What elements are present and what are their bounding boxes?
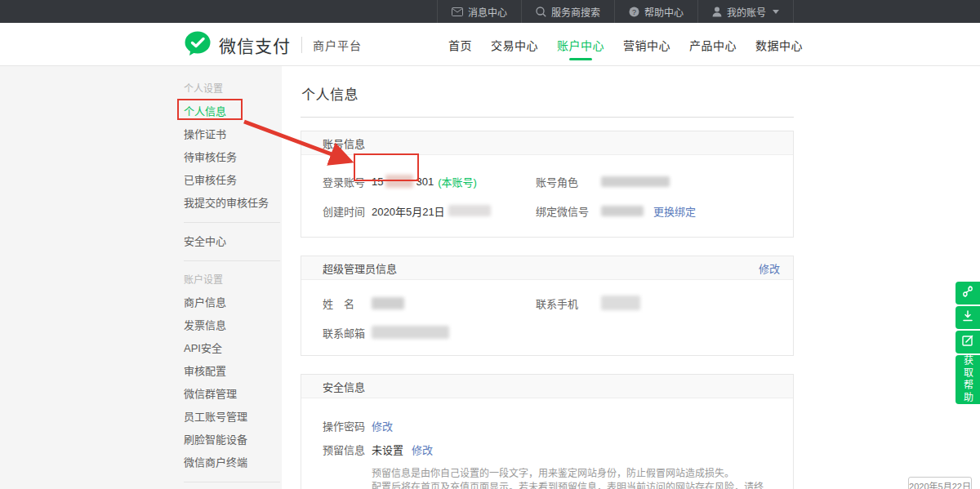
page-header: 微信支付 商户平台 首页 交易中心 账户中心 营销中心 产品中心 数据中心 [0,23,980,66]
download-icon [962,310,973,326]
admin-name-label: 姓 名 [323,296,372,311]
download-button[interactable] [956,306,980,329]
sidebar-item-wechat-merchant-terminal[interactable]: 微信商户终端 [184,451,282,474]
help-center-item[interactable]: ? 帮助中心 [614,0,697,23]
security-info-section-title: 安全信息 [323,379,365,394]
created-time-label: 创建时间 [323,203,372,219]
nav-transaction-center[interactable]: 交易中心 [491,23,538,66]
get-help-button[interactable]: 获取帮助 [956,355,980,404]
top-utility-bar: 消息中心 服务商搜索 ? 帮助中心 我的账号 [0,0,980,23]
sidebar-group-account-settings: 账户设置 [184,269,282,291]
note-line: 预留信息是由你自己设置的一段文字，用来鉴定网站身份，防止假冒网站造成损失。 [372,467,772,481]
operation-password-edit-link[interactable]: 修改 [372,418,393,433]
nav-data-center[interactable]: 数据中心 [755,23,803,66]
sidebar-item-invoice-info[interactable]: 发票信息 [184,314,282,337]
reserved-info-label: 预留信息 [323,442,372,457]
sidebar-divider [184,260,280,261]
date-chip: 2020年5月22日 [908,477,972,489]
rebind-wechat-link[interactable]: 更换绑定 [653,203,696,219]
my-account-label: 我的账号 [727,5,766,19]
sidebar-item-wechat-group-management[interactable]: 微信群管理 [184,383,282,406]
current-account-note: (本账号) [438,174,477,189]
service-provider-search-label: 服务商搜索 [551,5,600,19]
svg-text:?: ? [632,7,636,16]
super-admin-section-title: 超级管理员信息 [323,260,397,276]
sidebar-item-face-smart-device[interactable]: 刷脸智能设备 [184,429,282,451]
sidebar: 个人设置 个人信息 操作证书 待审核任务 已审核任务 我提交的审核任务 安全中心… [0,66,282,489]
portal-name: 商户平台 [313,37,362,53]
contact-phone-label: 联系手机 [536,296,601,311]
service-provider-search-item[interactable]: 服务商搜索 [521,0,614,23]
brand-divider [301,37,302,53]
sidebar-item-api-security[interactable]: API安全 [184,337,282,360]
edit-icon [962,335,973,349]
main-nav: 首页 交易中心 账户中心 营销中心 产品中心 数据中心 [448,23,803,66]
wechat-pay-logo[interactable]: 微信支付 商户平台 [184,23,362,66]
sidebar-group-personal-settings: 个人设置 [184,78,282,100]
feedback-button[interactable] [956,331,980,353]
sidebar-item-security-center[interactable]: 安全中心 [184,230,282,253]
note-line: 配置后将在首页及充值页面显示。若未看到预留信息，表明当前访问的网站存在风险，请终… [372,481,772,489]
redacted-contact-email [372,326,449,339]
main-content: 个人信息 账号信息 登录账号 15 301 (本账号) [282,66,980,489]
redacted-contact-phone [601,296,640,310]
redacted-login-middle [385,175,413,188]
account-info-section: 账号信息 登录账号 15 301 (本账号) 账号角色 [301,131,794,238]
contact-email-label: 联系邮箱 [323,325,372,340]
sidebar-divider [184,482,280,482]
sidebar-item-merchant-info[interactable]: 商户信息 [184,291,282,314]
mail-icon [452,7,463,16]
bound-wechat-label: 绑定微信号 [536,203,601,219]
message-center-item[interactable]: 消息中心 [437,0,521,23]
nav-product-center[interactable]: 产品中心 [689,23,737,66]
page-title: 个人信息 [301,77,794,118]
sidebar-item-pending-review-tasks[interactable]: 待审核任务 [184,146,282,169]
nav-home[interactable]: 首页 [448,23,472,66]
account-info-section-title: 账号信息 [323,136,365,151]
sidebar-item-my-submitted-tasks[interactable]: 我提交的审核任务 [184,192,282,215]
reserved-info-notes: 预留信息是由你自己设置的一段文字，用来鉴定网站身份，防止假冒网站造成损失。 配置… [372,467,772,489]
brand-name: 微信支付 [219,33,291,57]
sidebar-item-operation-certificate[interactable]: 操作证书 [184,123,282,146]
sidebar-item-review-config[interactable]: 审核配置 [184,360,282,383]
redacted-wechat-id [601,206,644,216]
sidebar-item-personal-info[interactable]: 个人信息 [184,100,282,123]
created-time-value: 2020年5月21日 [372,203,491,219]
sidebar-divider [184,222,280,223]
chevron-down-icon [773,10,779,14]
search-icon [536,7,546,17]
login-account-label: 登录账号 [323,174,372,189]
account-role-label: 账号角色 [536,174,601,189]
super-admin-section: 超级管理员信息 修改 姓 名 联系手机 联系邮箱 [301,256,794,356]
sidebar-item-reviewed-tasks[interactable]: 已审核任务 [184,169,282,192]
my-account-item[interactable]: 我的账号 [697,0,794,23]
link-icon [962,285,973,301]
help-icon: ? [629,7,639,17]
redacted-account-role [601,176,670,187]
floating-help-stack: 获取帮助 [956,282,980,404]
message-center-label: 消息中心 [468,5,507,19]
reserved-info-status: 未设置 [372,442,403,457]
login-account-value: 15 301 (本账号) [372,174,477,189]
nav-account-center[interactable]: 账户中心 [557,23,604,66]
user-icon [712,7,722,17]
redacted-admin-name [372,297,404,309]
help-center-label: 帮助中心 [644,5,684,19]
nav-marketing-center[interactable]: 营销中心 [623,23,670,66]
super-admin-edit-link[interactable]: 修改 [759,260,780,276]
security-info-section: 安全信息 操作密码 修改 预留信息 未设置 修改 预留信息是由你自己设置的一段文… [301,374,794,489]
quick-link-button[interactable] [956,282,980,305]
sidebar-item-staff-account-management[interactable]: 员工账号管理 [184,406,282,429]
reserved-info-edit-link[interactable]: 修改 [412,442,433,457]
redacted-created-time [448,205,491,216]
operation-password-label: 操作密码 [323,418,372,433]
wechat-pay-logo-icon [184,31,212,59]
